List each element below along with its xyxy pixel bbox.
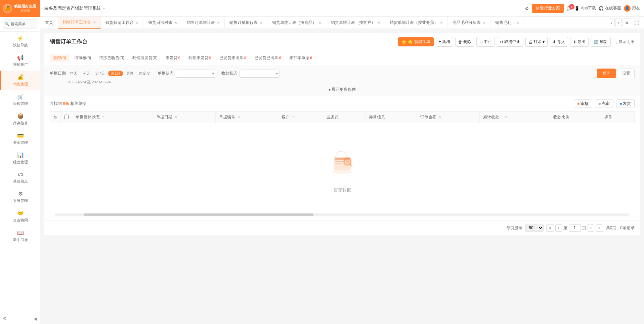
sort-icon[interactable]: ⇅	[505, 115, 508, 119]
sub-tab-pending-review[interactable]: 待审核(0)	[71, 54, 95, 62]
add-button[interactable]: + 新增	[436, 37, 453, 47]
tab-close-all-button[interactable]: ✕	[622, 18, 631, 27]
tab-sales-stats[interactable]: 销售订单统计表 ✕	[182, 17, 225, 28]
sub-tab-shipped-not-warehoused[interactable]: 已发货未出库0	[216, 54, 250, 62]
select-all-checkbox[interactable]	[64, 115, 69, 119]
settings-col-icon[interactable]: ⚙	[53, 115, 57, 120]
sidebar-item-quick-nav[interactable]: ⚡ 快捷导航	[0, 32, 40, 51]
tab-goods-product[interactable]: 销货单统计表（按商品） ✕	[267, 17, 326, 28]
page-number-input[interactable]	[569, 224, 581, 232]
sidebar-settings-button[interactable]: ⚙	[3, 316, 7, 321]
tab-fullscreen-button[interactable]: ⛶	[632, 18, 641, 27]
tab-sales-more[interactable]: 销售毛利... ✕	[490, 17, 524, 28]
sidebar-item-finance[interactable]: 💳 资金管理	[0, 129, 40, 149]
cancel-review-quick-button[interactable]: 充审	[595, 99, 613, 108]
query-button[interactable]: 查询	[597, 69, 616, 78]
date-opt-1month[interactable]: 近1月	[108, 71, 123, 76]
industry-button[interactable]: 体验行业方案	[532, 4, 564, 13]
sub-tab-all[interactable]: 全部(0)	[50, 54, 70, 62]
tab-sales-workbench[interactable]: 销售订单工作台 ✕	[58, 17, 101, 29]
page-first-button[interactable]: «	[546, 224, 554, 232]
sub-tab-not-printed[interactable]: 未打印单据0	[286, 54, 315, 62]
sub-tab-expired-not-shipped[interactable]: 到期未发货0	[185, 54, 215, 62]
horizontal-scrollbar[interactable]	[55, 213, 629, 216]
sidebar-item-inventory[interactable]: 📦 库存核算	[0, 110, 40, 129]
search-menu-button[interactable]: 🔍 搜索菜单	[3, 19, 37, 29]
base-info-icon: 🗂	[18, 171, 23, 177]
page-next-button[interactable]: ›	[588, 224, 594, 232]
sub-tab-shipped-warehoused[interactable]: 已发货已出库0	[251, 54, 285, 62]
tab-close-icon[interactable]: ✕	[174, 21, 177, 25]
tab-goods-margin[interactable]: 商品毛利分析表 ✕	[448, 17, 490, 28]
tab-close-icon[interactable]: ✕	[440, 21, 443, 25]
app-download-button[interactable]: 📱 App下载	[574, 5, 596, 11]
sidebar-item-purchase[interactable]: 🛒 采购管理	[0, 90, 40, 110]
sort-icon[interactable]: ⇅	[175, 115, 177, 119]
tab-cash-daily[interactable]: 钱货日清工作台 ✕	[101, 17, 143, 28]
cancel-stop-button[interactable]: ↺ 取消中止	[497, 37, 523, 47]
date-opt-custom[interactable]: 自定义	[137, 70, 152, 77]
status-select[interactable]	[176, 70, 216, 78]
sort-icon[interactable]: ⇅	[292, 115, 295, 119]
show-detail-checkbox[interactable]	[613, 40, 617, 44]
sidebar-item-guide[interactable]: 📖 新手引导	[0, 226, 40, 246]
tab-close-icon[interactable]: ✕	[377, 21, 380, 25]
page-last-button[interactable]: »	[596, 224, 603, 232]
th-abnormal: 异常信息	[366, 112, 417, 123]
tab-close-icon[interactable]: ✕	[517, 21, 519, 25]
sidebar-item-base-info[interactable]: 🗂 基础信息	[0, 168, 40, 187]
tab-close-icon[interactable]: ✕	[318, 21, 321, 25]
date-filter: 单据日期 昨天 今天 近7天 近1月 更多 自定义	[50, 70, 152, 77]
stop-label: 中止	[484, 39, 492, 45]
review-quick-button[interactable]: 审核	[574, 99, 592, 108]
refresh-button[interactable]: 🔄 刷新	[591, 37, 611, 47]
tab-sales-exec[interactable]: 销售订单执行表 ✕	[225, 17, 267, 28]
print-button[interactable]: 🖨 打印 ▾	[525, 37, 548, 47]
sidebar-item-cooperation[interactable]: 🤝 企业协同	[0, 207, 40, 226]
sort-icon[interactable]: ⇅	[238, 115, 240, 119]
result-count: 0条	[63, 101, 69, 106]
date-opt-today[interactable]: 今天	[81, 70, 92, 77]
tab-goods-staff[interactable]: 销货单统计表（按业务员） ✕	[385, 17, 448, 28]
sort-icon[interactable]: ⇅	[439, 115, 441, 119]
date-opt-7days[interactable]: 近7天	[93, 70, 107, 77]
date-opt-more[interactable]: 更多	[124, 70, 136, 77]
tab-home[interactable]: 首页	[40, 17, 58, 28]
tab-close-icon[interactable]: ✕	[217, 21, 220, 25]
payment-select[interactable]	[240, 70, 280, 78]
show-detail-checkbox-wrapper[interactable]: 显示明细	[613, 39, 635, 45]
sub-tab-wangpu[interactable]: 旺铺待发货(0)	[129, 54, 161, 62]
tab-scroll-prev-button[interactable]: ‹	[609, 18, 615, 27]
stop-button[interactable]: ⊙ 中止	[476, 37, 495, 47]
page-prev-button[interactable]: ‹	[555, 224, 562, 232]
tab-goods-customer[interactable]: 销货单统计表（按客户） ✕	[326, 17, 385, 28]
tab-close-icon[interactable]: ✕	[483, 21, 485, 25]
settings-button[interactable]: 设置	[618, 69, 635, 78]
date-opt-yesterday[interactable]: 昨天	[68, 70, 79, 77]
sub-tab-not-shipped[interactable]: 未发货0	[162, 54, 184, 62]
header-settings-icon[interactable]: ⚙	[525, 6, 529, 11]
import-button[interactable]: ⬇ 导入	[550, 37, 568, 47]
ship-quick-button[interactable]: 发货	[616, 99, 635, 108]
tab-cash-reconcile[interactable]: 钱货日清对账 ✕	[143, 17, 182, 28]
sidebar-item-operations[interactable]: 📊 经营管理	[0, 149, 40, 168]
sub-tab-pending-inspect[interactable]: 待拣货验货(0)	[96, 54, 128, 62]
export-button[interactable]: ⬆ 导出	[570, 37, 589, 47]
scrollbar-thumb[interactable]	[84, 213, 313, 216]
smart-order-button[interactable]: ⭐ 🌟 智能生单	[398, 37, 433, 46]
page-size-select[interactable]: 50 10 20 100	[525, 224, 544, 232]
tab-close-icon[interactable]: ✕	[93, 21, 96, 24]
sidebar-item-sales[interactable]: 💰 销售管理	[0, 71, 40, 90]
online-service-button[interactable]: 🎧 在线客服	[599, 5, 621, 11]
tab-close-icon[interactable]: ✕	[260, 21, 262, 25]
sort-icon[interactable]: ⇅	[102, 115, 105, 119]
user-button[interactable]: 👤 用友	[624, 5, 640, 12]
sidebar-item-system[interactable]: ⚙ 系统管理	[0, 187, 40, 207]
expand-filters-button[interactable]: ▾ 展开更多条件	[329, 87, 356, 92]
sidebar-item-marketing[interactable]: 📢 营销推广	[0, 51, 40, 71]
tab-close-icon[interactable]: ✕	[136, 21, 138, 25]
message-button[interactable]: 💬 6	[567, 6, 572, 11]
delete-button[interactable]: 🗑 删除	[455, 37, 474, 47]
tab-scroll-next-button[interactable]: ›	[615, 18, 622, 27]
sidebar-collapse-button[interactable]: ◀	[34, 316, 37, 321]
